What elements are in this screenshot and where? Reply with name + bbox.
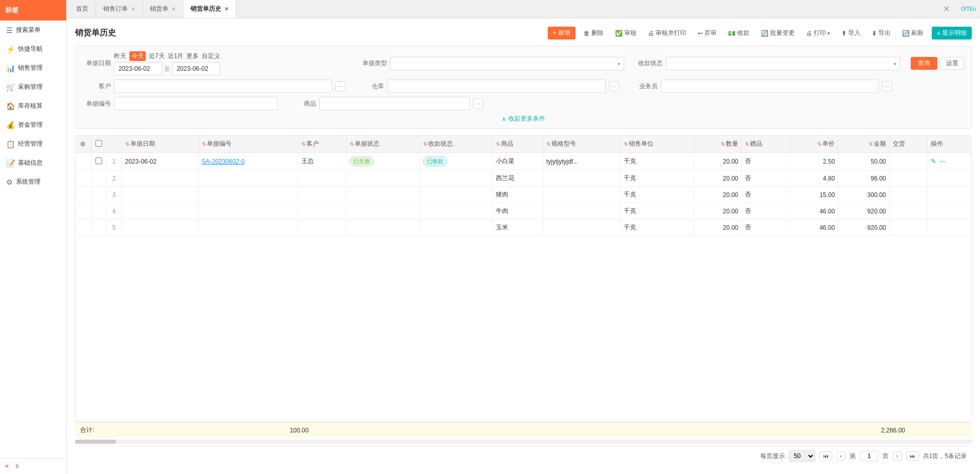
settings-button[interactable]: 设置 (940, 57, 964, 70)
query-button[interactable]: 查询 (911, 57, 937, 70)
last-page-button[interactable]: ⏭ (906, 451, 919, 461)
filter-doc-no: 单据编号 (83, 97, 278, 110)
filter-goods-label: 商品 (288, 100, 316, 108)
th-pay-status[interactable]: ⇅收款状态 (419, 135, 492, 153)
show-detail-button[interactable]: ≡ 显示明细 (932, 27, 972, 40)
row-checkbox[interactable] (95, 157, 102, 164)
th-customer[interactable]: ⇅客户 (298, 135, 347, 153)
sidebar-logo: 标签 (0, 0, 66, 21)
tab-sales-order[interactable]: 销售订单 ✕ (96, 0, 143, 18)
audit-button[interactable]: ✅ 审核 (612, 27, 640, 39)
sidebar-item-sys-mgmt[interactable]: ⚙ 系统管理 (0, 172, 66, 191)
th-sales-unit[interactable]: ⇅销售单位 (620, 135, 693, 153)
td-checkbox[interactable] (91, 203, 106, 220)
date-btn-7days[interactable]: 近7天 (149, 52, 165, 61)
batch-change-button[interactable]: 🔄 批量变更 (758, 27, 798, 39)
th-doc-status[interactable]: ⇅单据状态 (347, 135, 419, 153)
page-number-input[interactable] (860, 451, 878, 461)
import-button[interactable]: ⬆ 导入 (838, 27, 863, 39)
page-size-select[interactable]: 50 100 (789, 450, 815, 462)
sidebar-bottom-icon1[interactable]: ☀ (4, 463, 10, 470)
sidebar-item-ops-mgmt[interactable]: 📋 经营管理 (0, 134, 66, 153)
td-doc-no[interactable] (198, 203, 298, 220)
th-checkbox[interactable] (91, 135, 106, 153)
th-spec-type[interactable]: ⇅规格型号 (543, 135, 620, 153)
th-quantity[interactable]: ⇅数量 (693, 135, 741, 153)
print-button[interactable]: 🖨 打印 ▾ (803, 27, 833, 39)
td-doc-no[interactable]: SA-20230602-0 (198, 153, 298, 170)
tab-sales-order-label: 销售订单 (103, 5, 128, 13)
date-to-input[interactable]: 2023-06-02 (172, 62, 220, 75)
th-doc-date[interactable]: ⇅单据日期 (122, 135, 198, 153)
more-icon[interactable]: ⋯ (939, 157, 946, 165)
date-btn-1month[interactable]: 近1月 (168, 52, 184, 61)
date-btn-today[interactable]: 今天 (129, 51, 146, 61)
sidebar-item-sales-mgmt[interactable]: 📊 销售管理 (0, 58, 66, 77)
table-scrollbar[interactable] (75, 440, 972, 444)
td-index: 5 (106, 220, 122, 236)
th-goods[interactable]: ⇅商品 (492, 135, 543, 153)
filter-warehouse-ellipsis[interactable]: ··· (609, 81, 619, 91)
th-amount[interactable]: ⇅金额 (838, 135, 890, 153)
sidebar-item-inventory-calc[interactable]: 🏠 库存核算 (0, 96, 66, 115)
td-doc-no[interactable] (198, 187, 298, 203)
abandon-button[interactable]: ↩ 弃审 (695, 27, 720, 39)
export-button[interactable]: ⬇ 导出 (869, 27, 894, 39)
tab-home[interactable]: 首页 (69, 0, 96, 18)
next-page-button[interactable]: › (893, 451, 902, 461)
sidebar-item-basic-info[interactable]: 📝 基础信息 (0, 153, 66, 172)
filter-staff-input[interactable] (661, 80, 879, 93)
collect-button[interactable]: 💵 收款 (725, 27, 753, 39)
sidebar-item-quick-nav[interactable]: ⚡ 快捷导航 (0, 40, 66, 58)
filter-goods-ellipsis[interactable]: ··· (473, 98, 483, 109)
date-btn-yesterday[interactable]: 昨天 (114, 52, 126, 61)
td-checkbox[interactable] (91, 170, 106, 187)
delete-button[interactable]: 🗑 删除 (581, 27, 607, 39)
doc-no-link[interactable]: SA-20230602-0 (202, 158, 245, 165)
td-doc-status (347, 187, 419, 203)
first-page-button[interactable]: ⏮ (819, 451, 832, 461)
date-btn-more[interactable]: 更多 (186, 52, 199, 61)
date-from-input[interactable]: 2023-06-02 (114, 62, 162, 75)
td-checkbox[interactable] (91, 153, 106, 170)
table-row: 2 西兰花 千克 20.00 否 4.80 96.00 (75, 170, 971, 187)
sidebar-item-purchase-mgmt[interactable]: 🛒 采购管理 (0, 77, 66, 96)
th-transaction[interactable]: 交货 (890, 135, 928, 153)
td-checkbox[interactable] (91, 220, 106, 236)
filter-customer-ellipsis[interactable]: ··· (335, 81, 345, 91)
th-doc-no[interactable]: ⇅单据编号 (198, 135, 298, 153)
filter-pay-status-select[interactable] (666, 57, 900, 70)
date-quick-btns: 昨天 今天 近7天 近1月 更多 自定义 (114, 51, 220, 61)
th-gift[interactable]: ⇅赠品 (742, 135, 790, 153)
sidebar-item-capital-mgmt[interactable]: 💰 资金管理 (0, 115, 66, 134)
td-checkbox[interactable] (91, 187, 106, 203)
refresh-button[interactable]: 🔃 刷新 (899, 27, 927, 39)
tab-sales-order-close[interactable]: ✕ (131, 6, 135, 12)
sidebar-item-search-menu[interactable]: ☰ 搜索菜单 (0, 21, 66, 40)
th-gear[interactable]: ⚙ (75, 135, 91, 153)
filter-customer-input[interactable] (114, 80, 332, 93)
filter-warehouse-input[interactable] (387, 80, 605, 93)
filter-staff-ellipsis[interactable]: ··· (882, 81, 892, 91)
collapse-button[interactable]: ∧ 收起更多条件 (83, 114, 964, 123)
filter-doc-type-select[interactable] (390, 57, 625, 70)
th-unit-price[interactable]: ⇅单价 (790, 135, 838, 153)
tab-delivery-close[interactable]: ✕ (171, 6, 176, 12)
td-doc-date (122, 170, 198, 187)
tab-delivery[interactable]: 销货单 ✕ (143, 0, 183, 18)
td-doc-no[interactable] (198, 220, 298, 236)
audit-print-button[interactable]: 🖨 审核并打印 (645, 27, 689, 39)
prev-page-button[interactable]: ‹ (836, 451, 846, 461)
td-doc-no[interactable] (198, 170, 298, 187)
edit-icon[interactable]: ✎ (931, 157, 936, 165)
tab-delivery-history[interactable]: 销货单历史 ✕ (183, 0, 236, 18)
filter-doc-no-input[interactable] (114, 97, 278, 110)
tab-delivery-history-close[interactable]: ✕ (224, 6, 228, 12)
sidebar-bottom-icon2[interactable]: ⏸ (14, 463, 20, 470)
new-button[interactable]: + 新增 (548, 27, 575, 40)
date-btn-custom[interactable]: 自定义 (202, 52, 220, 61)
table-scroll-thumb[interactable] (75, 440, 116, 444)
filter-goods-input[interactable] (319, 97, 470, 110)
select-all-checkbox[interactable] (95, 140, 102, 147)
tab-bar-close-all[interactable]: ✕ (938, 4, 955, 14)
